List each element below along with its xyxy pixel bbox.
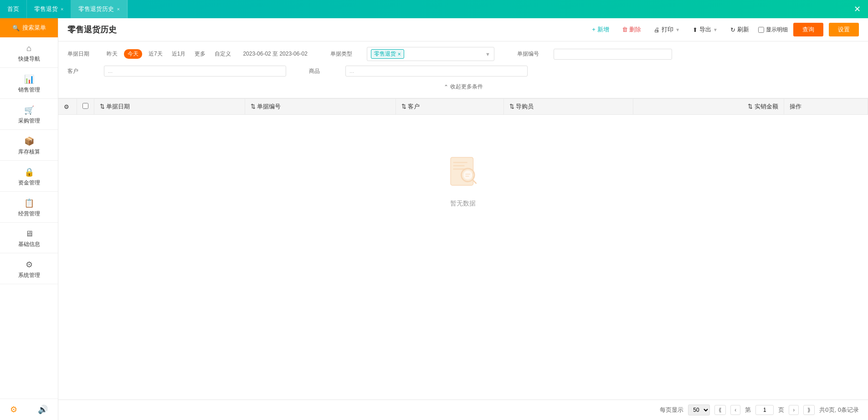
filter-row-2: 客户 ... 商品 ... bbox=[67, 66, 859, 77]
page-suffix: 页 bbox=[778, 406, 784, 414]
tab-home-label: 首页 bbox=[7, 5, 19, 13]
content-area: 零售退货历史 + 新增 🗑 删除 🖨 🖨 打印 打印 ▼ ⬆ 导出 ▼ ↻ bbox=[58, 18, 868, 420]
th-actions-label: 操作 bbox=[790, 103, 801, 110]
refresh-button[interactable]: ↻ 刷新 bbox=[727, 24, 753, 36]
type-tag-close[interactable]: × bbox=[398, 51, 401, 57]
search-icon: 🔍 bbox=[12, 25, 20, 31]
total-label: 共0页, 0条记录 bbox=[819, 406, 859, 414]
sidebar-item-inventory[interactable]: 📦 库存核算 bbox=[0, 130, 58, 161]
sidebar-bottom: ⚙ 🔊 bbox=[0, 399, 58, 420]
prev-page-button[interactable]: ‹ bbox=[730, 405, 740, 415]
svg-rect-7 bbox=[466, 174, 471, 175]
collapse-button[interactable]: ⌃ 收起更多条件 bbox=[438, 81, 488, 92]
goods-filter-select[interactable]: ... bbox=[345, 66, 528, 77]
top-bar: 首页 零售退货 × 零售退货历史 × ✕ bbox=[0, 0, 868, 18]
customer-filter-select[interactable]: ... bbox=[104, 66, 286, 77]
sidebar: 🔍 搜索菜单 ⌂ 快捷导航 📊 销售管理 🛒 采购管理 📦 库存核算 🔒 资金管… bbox=[0, 18, 58, 420]
table-settings-icon[interactable]: ⚙ bbox=[64, 103, 69, 110]
th-number-label: ⇅ 单据编号 bbox=[251, 103, 281, 110]
th-customer-label: ⇅ 客户 bbox=[401, 103, 420, 110]
svg-rect-2 bbox=[453, 165, 465, 167]
tab-retail-return-history-close[interactable]: × bbox=[117, 6, 119, 12]
page-header: 零售退货历史 + 新增 🗑 删除 🖨 🖨 打印 打印 ▼ ⬆ 导出 ▼ ↻ bbox=[58, 18, 868, 41]
th-date-label: ⇅ 单据日期 bbox=[100, 103, 130, 110]
sales-icon: 📊 bbox=[24, 74, 34, 84]
tab-retail-return-history[interactable]: 零售退货历史 × bbox=[71, 0, 127, 18]
svg-point-5 bbox=[463, 170, 473, 179]
date-opt-1month[interactable]: 近1月 bbox=[169, 49, 189, 59]
type-filter-label: 单据类型 bbox=[330, 50, 358, 58]
sidebar-item-ops-mgmt[interactable]: 📋 经营管理 bbox=[0, 192, 58, 223]
sidebar-item-quick-nav[interactable]: ⌂ 快捷导航 bbox=[0, 37, 58, 68]
sidebar-item-inventory-label: 库存核算 bbox=[18, 148, 40, 156]
sidebar-item-finance[interactable]: 🔒 资金管理 bbox=[0, 161, 58, 192]
th-checkbox[interactable] bbox=[77, 99, 94, 115]
svg-rect-1 bbox=[453, 162, 468, 163]
customer-filter-label: 客户 bbox=[67, 67, 95, 75]
th-number: ⇅ 单据编号 bbox=[245, 99, 395, 115]
date-opt-more[interactable]: 更多 bbox=[192, 49, 208, 59]
number-filter-input[interactable] bbox=[554, 49, 672, 60]
sidebar-search-label: 搜索菜单 bbox=[22, 24, 46, 32]
type-tag-label: 零售退货 bbox=[374, 50, 396, 58]
date-filter-label: 单据日期 bbox=[67, 50, 95, 58]
collapse-label: 收起更多条件 bbox=[450, 83, 483, 91]
add-button[interactable]: + 新增 bbox=[588, 24, 612, 36]
type-filter-select[interactable]: 零售退货 × ▼ bbox=[367, 47, 494, 61]
show-detail-check[interactable] bbox=[758, 27, 764, 33]
settings-bottom-icon[interactable]: ⚙ bbox=[10, 405, 17, 415]
sidebar-item-ops-label: 经营管理 bbox=[18, 210, 40, 218]
pagination-bar: 每页显示 50 ⟪ ‹ 第 页 › ⟫ 共0页, 0条记录 bbox=[58, 400, 868, 420]
date-opt-custom[interactable]: 自定义 bbox=[212, 49, 234, 59]
table-container: ⚙ ⇅ 单据日期 ⇅ 单据编号 ⇅ 客户 bbox=[58, 98, 868, 400]
chevron-down-icon: ▼ bbox=[485, 51, 490, 57]
page-number-input[interactable] bbox=[755, 405, 774, 415]
next-page-button[interactable]: › bbox=[789, 405, 799, 415]
header-actions: + 新增 🗑 删除 🖨 🖨 打印 打印 ▼ ⬆ 导出 ▼ ↻ 刷新 bbox=[588, 23, 859, 36]
sidebar-item-basic-info-label: 基础信息 bbox=[18, 241, 40, 248]
tab-retail-return-history-label: 零售退货历史 bbox=[78, 5, 114, 13]
print-button[interactable]: 🖨 🖨 打印 打印 ▼ bbox=[650, 24, 683, 36]
show-detail-checkbox[interactable]: 显示明细 bbox=[758, 26, 788, 34]
th-customer: ⇅ 客户 bbox=[395, 99, 503, 115]
settings-button[interactable]: 设置 bbox=[829, 23, 859, 36]
export-button[interactable]: ⬆ 导出 ▼ bbox=[689, 24, 721, 36]
empty-row: 暂无数据 bbox=[58, 115, 868, 245]
sidebar-search[interactable]: 🔍 搜索菜单 bbox=[0, 18, 58, 37]
date-opt-7days[interactable]: 近7天 bbox=[146, 49, 165, 59]
sidebar-item-quick-nav-label: 快捷导航 bbox=[18, 55, 40, 63]
th-date: ⇅ 单据日期 bbox=[94, 99, 245, 115]
page-title: 零售退货历史 bbox=[67, 24, 117, 35]
tab-retail-return-close[interactable]: × bbox=[61, 6, 63, 12]
th-settings[interactable]: ⚙ bbox=[58, 99, 77, 115]
sidebar-item-purchase-label: 采购管理 bbox=[18, 117, 40, 125]
tab-retail-return[interactable]: 零售退货 × bbox=[27, 0, 71, 18]
date-range-display: 2023-06-02 至 2023-06-02 bbox=[243, 50, 307, 58]
volume-icon[interactable]: 🔊 bbox=[38, 405, 48, 415]
sidebar-item-finance-label: 资金管理 bbox=[18, 179, 40, 187]
date-opt-today[interactable]: 今天 bbox=[124, 49, 142, 59]
sidebar-item-basic-info[interactable]: 🖥 基础信息 bbox=[0, 223, 58, 253]
table-header-row: ⚙ ⇅ 单据日期 ⇅ 单据编号 ⇅ 客户 bbox=[58, 99, 868, 115]
sidebar-item-purchase-mgmt[interactable]: 🛒 采购管理 bbox=[0, 99, 58, 130]
th-actions: 操作 bbox=[784, 99, 868, 115]
date-opt-yesterday[interactable]: 昨天 bbox=[104, 49, 120, 59]
window-close-button[interactable]: ✕ bbox=[847, 4, 868, 14]
tab-list: 首页 零售退货 × 零售退货历史 × bbox=[0, 0, 847, 18]
query-button[interactable]: 查询 bbox=[793, 23, 823, 36]
collapse-up-icon: ⌃ bbox=[444, 84, 448, 90]
delete-button[interactable]: 🗑 删除 bbox=[618, 24, 645, 36]
last-page-button[interactable]: ⟫ bbox=[803, 405, 815, 415]
tab-home[interactable]: 首页 bbox=[0, 0, 27, 18]
select-all-checkbox[interactable] bbox=[82, 103, 88, 109]
sidebar-item-sys-mgmt[interactable]: ⚙ 系统管理 bbox=[0, 253, 58, 284]
ops-icon: 📋 bbox=[24, 198, 34, 208]
print-icon: 🖨 bbox=[654, 26, 660, 33]
type-tags: 零售退货 × bbox=[371, 49, 404, 59]
first-page-button[interactable]: ⟪ bbox=[714, 405, 726, 415]
finance-icon: 🔒 bbox=[24, 167, 34, 177]
page-size-select[interactable]: 50 bbox=[688, 405, 710, 415]
sys-icon: ⚙ bbox=[26, 260, 33, 270]
empty-state: 暂无数据 bbox=[58, 115, 868, 244]
sidebar-item-sales-mgmt[interactable]: 📊 销售管理 bbox=[0, 68, 58, 99]
